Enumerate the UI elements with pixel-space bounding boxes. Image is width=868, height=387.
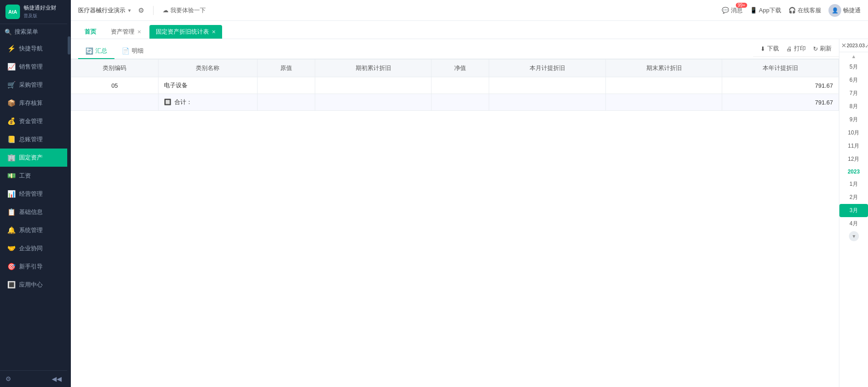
main-area: 医疗器械行业演示 ▾ ⚙ ☁ 我要体验一下 💬 消息 99+ 📱 App下载 🎧… <box>71 0 868 387</box>
month-item-1[interactable]: 1月 <box>839 178 868 191</box>
sidebar-item-label: 固定资产 <box>19 154 43 162</box>
page-content: 🔄 汇总 📄 明细 ⬇ 下载 🖨 打印 <box>71 39 839 387</box>
user-menu[interactable]: 👤 畅捷通 <box>828 4 861 17</box>
funds-icon: 💰 <box>7 117 15 125</box>
scroll-up-button[interactable]: ▲ <box>839 52 868 60</box>
table-container: 类别编码 类别名称 原值 期初累计折旧 净值 本月计提折旧 期末累计折旧 本年计… <box>71 59 839 387</box>
basic-info-icon: 📋 <box>7 208 15 216</box>
refresh-icon: ↻ <box>813 45 818 52</box>
detail-label: 明细 <box>132 47 144 55</box>
customer-service-button[interactable]: 🎧 在线客服 <box>789 6 821 15</box>
depreciation-tab-label: 固定资产折旧统计表 <box>156 28 209 36</box>
sidebar-item-app-center[interactable]: 🔳 应用中心 <box>0 276 67 294</box>
month-item-2[interactable]: 2月 <box>839 191 868 204</box>
total-label: 🔲 合计： <box>158 94 257 111</box>
month-item-5[interactable]: 5月 <box>839 60 868 74</box>
sidebar-item-label: 经营管理 <box>19 190 43 198</box>
sidebar-item-sales[interactable]: 📈 销售管理 <box>0 58 67 76</box>
sidebar-header: AtA 畅捷通好业财 普及版 <box>0 0 67 24</box>
date-panel-scroll[interactable]: ▲ 5月 6月 7月 8月 9月 10月 11月 12月 2023 1月 2月 … <box>839 52 868 387</box>
date-panel-expand-button[interactable]: ⤢ <box>865 42 868 49</box>
scroll-down-circle[interactable]: ▾ <box>849 231 859 241</box>
year-2023-label: 2023 <box>839 166 868 178</box>
tab-asset-mgmt[interactable]: 资产管理 ✕ <box>104 25 148 39</box>
sidebar-item-label: 总账管理 <box>19 135 43 144</box>
sidebar-footer: ⚙ ◀◀ <box>0 370 67 387</box>
download-icon: ⬇ <box>760 45 765 52</box>
cell-code: 05 <box>71 77 159 94</box>
topbar-divider <box>153 6 154 15</box>
sidebar-item-quick-nav[interactable]: ⚡ 快捷导航 <box>0 40 67 58</box>
summary-label: 汇总 <box>95 47 107 55</box>
sidebar-item-system[interactable]: 🔔 系统管理 <box>0 221 67 239</box>
month-item-11[interactable]: 11月 <box>839 139 868 153</box>
total-monthly-depreciation <box>489 94 606 111</box>
sub-tab-summary[interactable]: 🔄 汇总 <box>78 44 114 59</box>
tab-home[interactable]: 首页 <box>78 25 103 39</box>
date-panel-header: ✕ 2023.03 ⤢ <box>839 39 868 52</box>
sidebar-item-enterprise[interactable]: 🤝 企业协同 <box>0 239 67 258</box>
tab-depreciation[interactable]: 固定资产折旧统计表 ✕ <box>149 25 222 39</box>
company-dropdown-icon: ▾ <box>128 7 131 14</box>
sub-tab-detail[interactable]: 📄 明细 <box>114 44 151 59</box>
cell-init-depreciation <box>315 77 432 94</box>
app-center-icon: 🔳 <box>7 281 15 289</box>
refresh-button[interactable]: ↻ 刷新 <box>813 45 832 53</box>
month-item-9[interactable]: 9月 <box>839 113 868 126</box>
sidebar-item-inventory[interactable]: 📦 库存核算 <box>0 94 67 112</box>
app-edition: 普及版 <box>24 13 56 19</box>
print-button[interactable]: 🖨 打印 <box>786 45 806 53</box>
collapse-sidebar-button[interactable]: ◀◀ <box>52 375 62 382</box>
sidebar-item-funds[interactable]: 💰 资金管理 <box>0 112 67 130</box>
sidebar: AtA 畅捷通好业财 普及版 🔍 搜索菜单 ⚡ 快捷导航 📈 销售管理 🛒 采购… <box>0 0 67 387</box>
cell-net-value <box>432 77 489 94</box>
messages-button[interactable]: 💬 消息 99+ <box>722 6 743 15</box>
cell-annual-depreciation: 791.67 <box>722 77 839 94</box>
topbar-settings-icon[interactable]: ⚙ <box>138 6 144 15</box>
month-item-3-active[interactable]: 3月 <box>839 204 868 217</box>
total-end-depreciation <box>605 94 722 111</box>
sidebar-item-purchase[interactable]: 🛒 采购管理 <box>0 76 67 94</box>
month-item-12[interactable]: 12月 <box>839 153 868 166</box>
operations-icon: 📊 <box>7 190 15 198</box>
search-menu[interactable]: 🔍 搜索菜单 <box>0 24 67 40</box>
sidebar-item-basic-info[interactable]: 📋 基础信息 <box>0 203 67 221</box>
sidebar-item-guide[interactable]: 🎯 新手引导 <box>0 258 67 276</box>
month-item-4[interactable]: 4月 <box>839 217 868 230</box>
asset-mgmt-tab-label: 资产管理 <box>111 28 134 36</box>
cell-original <box>257 77 315 94</box>
sidebar-nav: ⚡ 快捷导航 📈 销售管理 🛒 采购管理 📦 库存核算 💰 资金管理 📒 总账管… <box>0 40 67 370</box>
download-button[interactable]: ⬇ 下载 <box>760 45 779 53</box>
payroll-icon: 💵 <box>7 172 15 180</box>
sidebar-item-ledger[interactable]: 📒 总账管理 <box>0 130 67 149</box>
experience-button[interactable]: ☁ 我要体验一下 <box>163 6 206 15</box>
sidebar-item-label: 基础信息 <box>19 208 43 216</box>
cell-end-depreciation <box>605 77 722 94</box>
tabs-bar: 首页 资产管理 ✕ 固定资产折旧统计表 ✕ <box>71 21 868 39</box>
month-item-10[interactable]: 10月 <box>839 126 868 139</box>
sidebar-item-label: 应用中心 <box>19 281 43 289</box>
user-avatar: 👤 <box>828 4 841 17</box>
app-download-button[interactable]: 📱 App下载 <box>750 6 781 15</box>
month-item-6[interactable]: 6月 <box>839 74 868 87</box>
sidebar-item-operations[interactable]: 📊 经营管理 <box>0 185 67 203</box>
print-icon: 🖨 <box>786 45 792 52</box>
fixed-assets-icon: 🏢 <box>7 154 15 162</box>
sidebar-item-fixed-assets[interactable]: 🏢 固定资产 <box>0 149 67 167</box>
table-total-row: 🔲 合计： 791.67 <box>71 94 839 111</box>
close-asset-mgmt-tab[interactable]: ✕ <box>137 29 141 35</box>
table-header-row: 类别编码 类别名称 原值 期初累计折旧 净值 本月计提折旧 期末累计折旧 本年计… <box>71 60 839 77</box>
messages-badge: 99+ <box>736 3 747 8</box>
company-selector[interactable]: 医疗器械行业演示 ▾ <box>78 6 131 15</box>
summary-icon: 🔄 <box>85 47 93 55</box>
sidebar-item-payroll[interactable]: 💵 工资 <box>0 167 67 185</box>
col-init-depreciation: 期初累计折旧 <box>315 60 432 77</box>
month-item-7[interactable]: 7月 <box>839 87 868 100</box>
toolbar: ⬇ 下载 🖨 打印 ↻ 刷新 <box>753 41 839 57</box>
system-icon: 🔔 <box>7 226 15 234</box>
date-panel-close-button[interactable]: ✕ <box>841 42 847 49</box>
month-item-8[interactable]: 8月 <box>839 100 868 113</box>
close-depreciation-tab[interactable]: ✕ <box>212 29 216 35</box>
settings-footer-button[interactable]: ⚙ <box>5 375 11 382</box>
experience-icon: ☁ <box>163 7 169 14</box>
